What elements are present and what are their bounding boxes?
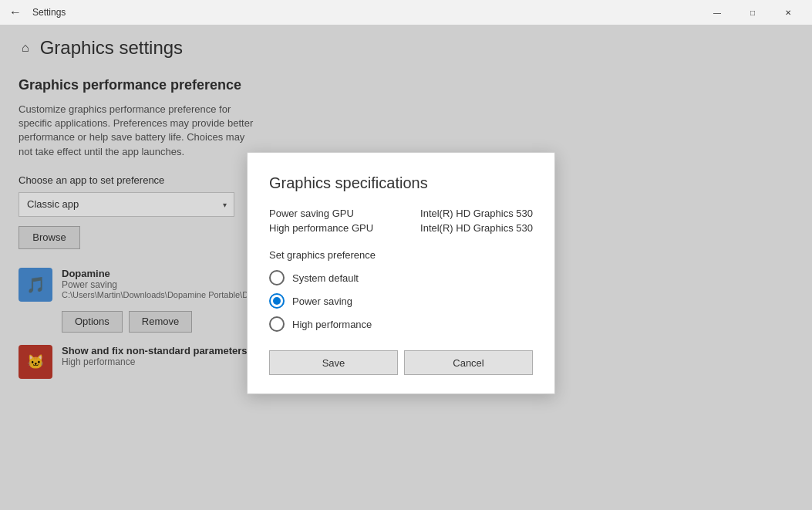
high-performance-gpu-row: High performance GPU Intel(R) HD Graphic… bbox=[269, 222, 533, 234]
set-pref-label: Set graphics preference bbox=[269, 249, 533, 261]
main-content: ⌂ Graphics settings Graphics performance… bbox=[0, 25, 812, 510]
dialog-buttons: Save Cancel bbox=[269, 350, 533, 375]
high-performance-gpu-value: Intel(R) HD Graphics 530 bbox=[420, 222, 533, 234]
dialog-title: Graphics specifications bbox=[269, 174, 533, 192]
back-button[interactable]: ← bbox=[6, 2, 25, 22]
radio-label-power-saving: Power saving bbox=[292, 296, 352, 307]
power-saving-gpu-row: Power saving GPU Intel(R) HD Graphics 53… bbox=[269, 208, 533, 219]
graphics-preference-radio-group: System default Power saving High perform… bbox=[269, 270, 533, 332]
radio-circle-high-performance bbox=[269, 316, 285, 332]
radio-circle-power-saving bbox=[269, 293, 285, 309]
high-performance-gpu-label: High performance GPU bbox=[269, 222, 373, 234]
radio-circle-system-default bbox=[269, 270, 285, 285]
titlebar-title: Settings bbox=[32, 7, 66, 18]
power-saving-gpu-label: Power saving GPU bbox=[269, 208, 354, 219]
cancel-button[interactable]: Cancel bbox=[404, 350, 533, 375]
close-button[interactable]: ✕ bbox=[770, 0, 806, 25]
save-button[interactable]: Save bbox=[269, 350, 398, 375]
radio-label-high-performance: High performance bbox=[292, 319, 372, 330]
radio-power-saving[interactable]: Power saving bbox=[269, 293, 533, 309]
titlebar: ← Settings — □ ✕ bbox=[0, 0, 812, 25]
radio-high-performance[interactable]: High performance bbox=[269, 316, 533, 332]
titlebar-left: ← Settings bbox=[6, 2, 66, 22]
power-saving-gpu-value: Intel(R) HD Graphics 530 bbox=[420, 208, 533, 219]
gpu-specs: Power saving GPU Intel(R) HD Graphics 53… bbox=[269, 208, 533, 234]
titlebar-controls: — □ ✕ bbox=[699, 0, 806, 25]
minimize-button[interactable]: — bbox=[699, 0, 735, 25]
maximize-button[interactable]: □ bbox=[735, 0, 770, 25]
radio-system-default[interactable]: System default bbox=[269, 270, 533, 285]
radio-label-system-default: System default bbox=[292, 272, 359, 284]
graphics-specs-dialog: Graphics specifications Power saving GPU… bbox=[247, 152, 555, 394]
